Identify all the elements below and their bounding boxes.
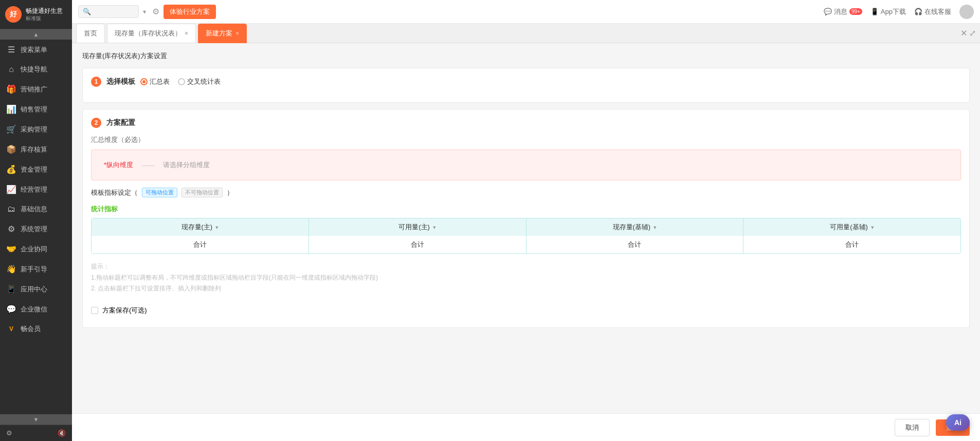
sidebar-item-collaboration[interactable]: 🤝 企业协同	[0, 239, 72, 259]
gift-icon: 🎁	[6, 84, 16, 94]
tab-expand-icon[interactable]: ⤢	[969, 28, 976, 38]
sound-icon[interactable]: 🔇	[58, 429, 66, 437]
content-area: 现存量(库存状况表)方案设置 1 选择模板 汇总表 交叉统计表	[72, 43, 980, 413]
app-download-button[interactable]: 📱 App下载	[870, 7, 906, 16]
save-checkbox[interactable]	[91, 307, 98, 314]
radio-cross[interactable]: 交叉统计表	[178, 77, 221, 86]
col-header-1[interactable]: 可用量(主) ▾	[309, 218, 527, 236]
sidebar-item-basic-info[interactable]: 🗂 基础信息	[0, 199, 72, 219]
sidebar-item-system[interactable]: ⚙ 系统管理	[0, 219, 72, 239]
radio-summary-circle	[140, 78, 148, 85]
vip-icon: V	[6, 325, 16, 333]
search-box[interactable]: 🔍	[78, 5, 139, 18]
step1-badge: 1	[91, 77, 101, 87]
sidebar-item-app-center[interactable]: 📱 应用中心	[0, 279, 72, 299]
radio-summary[interactable]: 汇总表	[140, 77, 170, 86]
step2-header: 2 方案配置	[91, 118, 961, 128]
sidebar-item-search[interactable]: ☰ 搜索菜单	[0, 40, 72, 60]
app-name: 畅捷通好生意 标准版	[26, 7, 63, 22]
sidebar-item-marketing[interactable]: 🎁 营销推广	[0, 79, 72, 99]
main-area: 🔍 ▾ ⚙ 体验行业方案 💬 消息 99+ 📱 App下载 🎧 在线客服	[72, 0, 980, 441]
col-header-2[interactable]: 现存量(基辅) ▾	[527, 218, 744, 236]
col-chevron-2[interactable]: ▾	[654, 224, 657, 231]
col-chevron-0[interactable]: ▾	[215, 224, 219, 231]
sidebar-item-purchase[interactable]: 🛒 采购管理	[0, 119, 72, 139]
stats-table-header: 现存量(主) ▾ 可用量(主) ▾ 现存量(基辅) ▾ 可用量(基辅)	[92, 218, 960, 236]
stats-table: 现存量(主) ▾ 可用量(主) ▾ 现存量(基辅) ▾ 可用量(基辅)	[91, 218, 961, 254]
dimension-label: *纵向维度	[104, 160, 133, 170]
tab-inventory-status[interactable]: 现存量（库存状况表） ×	[107, 24, 196, 43]
dimension-row[interactable]: *纵向维度 —— 请选择分组维度	[91, 150, 961, 180]
col-header-0[interactable]: 现存量(主) ▾	[92, 218, 309, 236]
tab-inventory-close-icon[interactable]: ×	[185, 30, 188, 37]
sidebar-scroll-up[interactable]: ▲	[0, 29, 72, 40]
no-drag-tag: 不可拖动位置	[182, 188, 223, 197]
search-input[interactable]	[93, 8, 134, 15]
sidebar-item-sales[interactable]: 📊 销售管理	[0, 99, 72, 119]
tab-new-plan-close-icon[interactable]: ×	[235, 30, 239, 37]
search-menu-icon: ☰	[6, 45, 16, 54]
tab-close-all-icon[interactable]: ✕	[960, 28, 967, 38]
sidebar-bottom: ⚙ 🔇	[0, 425, 72, 441]
app-logo: 好 畅捷通好生意 标准版	[0, 0, 72, 29]
tab-home[interactable]: 首页	[76, 24, 105, 43]
topbar-right: 💬 消息 99+ 📱 App下载 🎧 在线客服	[824, 5, 974, 19]
cancel-button[interactable]: 取消	[895, 419, 930, 436]
wechat-icon: 💬	[6, 304, 16, 314]
tips-section: 提示： 1.拖动标题栏可以调整布局，不可跨维度或指标区域拖动栏目字段(只能在同一…	[91, 261, 961, 295]
settings-icon[interactable]: ⚙	[6, 429, 12, 437]
summary-dim-label: 汇总维度（必选）	[91, 135, 961, 144]
sidebar-item-vip[interactable]: V 畅会员	[0, 319, 72, 339]
sidebar-item-management[interactable]: 📈 经营管理	[0, 179, 72, 199]
sidebar-nav: ☰ 搜索菜单 ⌂ 快捷导航 🎁 营销推广 📊 销售管理 🛒 采购管理 📦 库存核…	[0, 40, 72, 414]
messages-badge: 99+	[849, 8, 862, 15]
indicator-settings-label: 模板指标设定（ 可拖动位置 不可拖动位置 ）	[91, 188, 961, 197]
ai-fab-button[interactable]: Ai	[946, 414, 970, 431]
col-header-3[interactable]: 可用量(基辅) ▾	[743, 218, 960, 236]
messages-button[interactable]: 💬 消息 99+	[824, 7, 862, 16]
drag-tag: 可拖动位置	[142, 188, 177, 197]
topbar-gear-icon[interactable]: ⚙	[152, 7, 159, 16]
step2-badge: 2	[91, 118, 101, 128]
sidebar-item-guide[interactable]: 👋 新手引导	[0, 259, 72, 279]
stats-section-label: 统计指标	[91, 205, 961, 214]
logo-icon: 好	[5, 6, 22, 23]
basic-info-icon: 🗂	[6, 205, 16, 214]
cell-2: 合计	[527, 236, 744, 253]
sales-icon: 📊	[6, 104, 16, 114]
headset-icon: 🎧	[914, 8, 922, 15]
purchase-icon: 🛒	[6, 124, 16, 134]
sidebar-item-inventory[interactable]: 📦 库存核算	[0, 139, 72, 159]
tab-bar: 首页 现存量（库存状况表） × 新建方案 × ✕ ⤢	[72, 24, 980, 43]
template-radio-group: 汇总表 交叉统计表	[140, 77, 221, 86]
step1-title: 选择模板	[106, 77, 135, 86]
app-center-icon: 📱	[6, 284, 16, 294]
search-dropdown-icon[interactable]: ▾	[143, 8, 146, 15]
user-avatar[interactable]	[959, 5, 974, 19]
phone-icon: 📱	[870, 8, 879, 15]
message-icon: 💬	[824, 8, 832, 15]
bottom-bar: 取消 查询	[72, 413, 980, 441]
trial-button[interactable]: 体验行业方案	[164, 5, 216, 19]
step2-section: 2 方案配置 汇总维度（必选） *纵向维度 —— 请选择分组维度 模板指标设定（…	[82, 109, 970, 328]
save-label: 方案保存(可选)	[102, 306, 147, 315]
radio-cross-circle	[178, 78, 185, 85]
step1-section: 1 选择模板 汇总表 交叉统计表	[82, 68, 970, 103]
topbar: 🔍 ▾ ⚙ 体验行业方案 💬 消息 99+ 📱 App下载 🎧 在线客服	[72, 0, 980, 24]
dimension-placeholder: 请选择分组维度	[163, 160, 210, 170]
cell-3: 合计	[743, 236, 960, 253]
sidebar-item-wechat[interactable]: 💬 企业微信	[0, 299, 72, 319]
step2-title: 方案配置	[106, 118, 135, 127]
tab-new-plan[interactable]: 新建方案 ×	[198, 24, 247, 43]
sidebar-item-finance[interactable]: 💰 资金管理	[0, 159, 72, 179]
home-icon: ⌂	[6, 65, 16, 74]
cell-1: 合计	[309, 236, 527, 253]
col-chevron-1[interactable]: ▾	[433, 224, 436, 231]
guide-icon: 👋	[6, 264, 16, 274]
ai-fab-label: Ai	[954, 418, 961, 427]
sidebar-scroll-down[interactable]: ▼	[0, 414, 72, 425]
col-chevron-3[interactable]: ▾	[871, 224, 874, 231]
sidebar-item-quick-nav[interactable]: ⌂ 快捷导航	[0, 60, 72, 79]
customer-service-button[interactable]: 🎧 在线客服	[914, 7, 951, 16]
finance-icon: 💰	[6, 164, 16, 174]
